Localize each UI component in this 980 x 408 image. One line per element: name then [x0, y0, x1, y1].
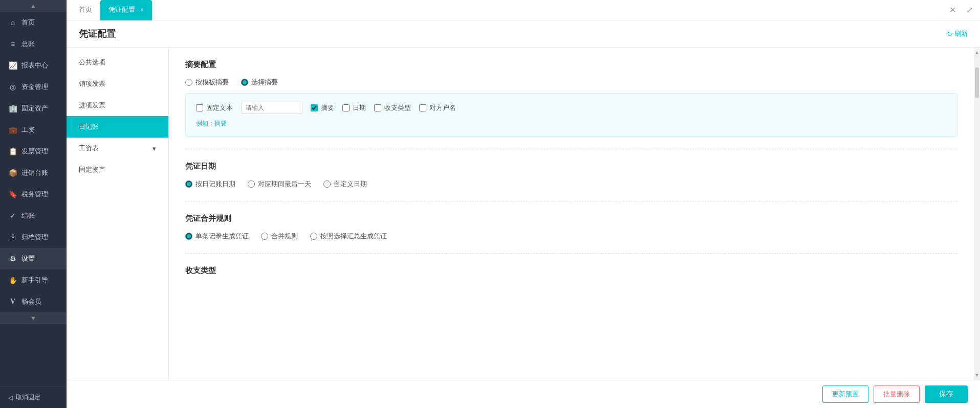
date-radio-period-input[interactable] [248, 180, 255, 188]
batch-delete-button[interactable]: 批量删除 [874, 386, 920, 403]
example-text: 例如：摘要 [196, 119, 947, 128]
archive-icon: 🗄 [8, 233, 17, 241]
left-menu-item-purchase[interactable]: 进项发票 [67, 95, 168, 116]
refresh-button[interactable]: ↻ 刷新 [947, 29, 968, 38]
left-menu-item-payroll-table[interactable]: 工资表 ▾ [67, 138, 168, 159]
left-menu: 公共选项 销项发票 进项发票 日记账 工资表 ▾ 固定资产 [67, 48, 169, 380]
summary-radio-group: 按模板摘要 选择摘要 [185, 78, 957, 87]
merge-section-title: 凭证合并规则 [185, 214, 957, 223]
date-radio-journal[interactable]: 按日记账日期 [185, 179, 235, 189]
checkbox-income-type[interactable]: 收支类型 [374, 103, 411, 112]
checkbox-counterpart-input[interactable] [419, 104, 426, 111]
funds-icon: ◎ [8, 83, 17, 91]
page-content: 凭证配置 ↻ 刷新 公共选项 销项发票 进项发票 日记账 [67, 20, 980, 408]
sidebar-item-closing[interactable]: ✓ 结账 [0, 205, 67, 226]
sidebar: ▲ ⌂ 首页 ≡ 总账 📈 报表中心 ◎ 资金管理 🏢 固定资产 💼 工资 📋 … [0, 0, 67, 408]
summary-section: 摘要配置 按模板摘要 选择摘要 [185, 60, 957, 149]
merge-radio-rule-input[interactable] [261, 233, 268, 240]
sidebar-item-home[interactable]: ⌂ 首页 [0, 12, 67, 33]
tab-bar: 首页 凭证配置 × ✕ ⤢ [67, 0, 980, 20]
date-section: 凭证日期 按日记账日期 对应期间最后一天 自定义日期 [185, 162, 957, 201]
merge-radio-rule[interactable]: 合并规则 [261, 232, 298, 241]
date-radio-period[interactable]: 对应期间最后一天 [248, 179, 311, 189]
home-icon: ⌂ [8, 18, 17, 27]
save-button[interactable]: 保存 [925, 386, 968, 403]
merge-radio-select[interactable]: 按照选择汇总生成凭证 [310, 232, 387, 241]
tab-bar-actions: ✕ ⤢ [946, 4, 976, 16]
page-header: 凭证配置 ↻ 刷新 [67, 20, 980, 48]
sidebar-item-guide[interactable]: ✋ 新手引导 [0, 269, 67, 291]
merge-radio-single[interactable]: 单条记录生成凭证 [185, 232, 249, 241]
page-title: 凭证配置 [79, 28, 116, 40]
summary-radio-template[interactable]: 按模板摘要 [185, 78, 229, 87]
payroll-icon: 💼 [8, 126, 17, 134]
left-menu-item-sales[interactable]: 销项发票 [67, 73, 168, 95]
date-section-title: 凭证日期 [185, 162, 957, 171]
sidebar-scroll-down[interactable]: ▼ [0, 312, 67, 324]
window-resize-button[interactable]: ⤢ [963, 4, 976, 16]
assets-icon: 🏢 [8, 104, 17, 112]
date-radio-journal-input[interactable] [185, 180, 192, 188]
sidebar-item-archive[interactable]: 🗄 归档管理 [0, 226, 67, 248]
checkbox-fixed-text[interactable]: 固定文本 [196, 103, 233, 112]
refresh-icon: ↻ [947, 30, 952, 38]
report-icon: 📈 [8, 61, 17, 70]
sidebar-item-ledger[interactable]: ≡ 总账 [0, 33, 67, 55]
tab-home[interactable]: 首页 [71, 0, 100, 20]
inout-icon: 📦 [8, 169, 17, 177]
summary-radio-select-input[interactable] [241, 79, 248, 86]
checkbox-date-input[interactable] [342, 104, 350, 111]
left-menu-item-journal[interactable]: 日记账 [67, 116, 168, 138]
sidebar-scroll-up[interactable]: ▲ [0, 0, 67, 12]
summary-radio-template-input[interactable] [185, 79, 192, 86]
sidebar-item-payroll[interactable]: 💼 工资 [0, 119, 67, 141]
income-type-section: 收支类型 [185, 266, 957, 296]
sidebar-item-report[interactable]: 📈 报表中心 [0, 55, 67, 76]
checkbox-fixed-text-input[interactable] [196, 104, 203, 111]
sidebar-item-funds[interactable]: ◎ 资金管理 [0, 76, 67, 98]
sidebar-item-invoice[interactable]: 📋 发票管理 [0, 141, 67, 162]
fixed-text-input[interactable] [241, 102, 302, 114]
tab-close-button[interactable]: × [140, 6, 144, 13]
chevron-down-icon: ▾ [153, 145, 156, 152]
checkbox-summary[interactable]: 摘要 [311, 103, 334, 112]
checkbox-counterpart[interactable]: 对方户名 [419, 103, 456, 112]
sidebar-unpin-button[interactable]: ◁ 取消固定 [0, 387, 67, 408]
summary-checkbox-row: 固定文本 摘要 日期 [196, 102, 947, 114]
pin-icon: ◁ [8, 394, 13, 401]
ledger-icon: ≡ [8, 40, 17, 48]
sidebar-item-vip[interactable]: V 畅会员 [0, 291, 67, 312]
vip-icon: V [8, 298, 17, 306]
date-radio-custom[interactable]: 自定义日期 [323, 179, 367, 189]
left-menu-item-public[interactable]: 公共选项 [67, 52, 168, 73]
content-wrapper: 公共选项 销项发票 进项发票 日记账 工资表 ▾ 固定资产 [67, 48, 980, 380]
bottom-bar: 更新预置 批量删除 保存 [67, 380, 980, 408]
sidebar-item-tax[interactable]: 🔖 税务管理 [0, 184, 67, 205]
merge-radio-select-input[interactable] [310, 233, 317, 240]
window-close-button[interactable]: ✕ [946, 4, 959, 16]
income-type-section-title: 收支类型 [185, 266, 957, 276]
update-preview-button[interactable]: 更新预置 [822, 386, 868, 403]
closing-icon: ✓ [8, 212, 17, 220]
merge-section: 凭证合并规则 单条记录生成凭证 合并规则 按照选择汇总生成凭证 [185, 214, 957, 254]
tab-voucher-config[interactable]: 凭证配置 × [100, 0, 152, 20]
checkbox-date[interactable]: 日期 [342, 103, 366, 112]
settings-icon: ⚙ [8, 255, 17, 263]
scrollbar-track[interactable]: ▲ ▼ [974, 48, 980, 380]
checkbox-summary-input[interactable] [311, 104, 318, 111]
main-area: 首页 凭证配置 × ✕ ⤢ 凭证配置 ↻ 刷新 公共选项 [67, 0, 980, 408]
scrollbar-thumb[interactable] [975, 67, 979, 98]
summary-radio-select[interactable]: 选择摘要 [241, 78, 278, 87]
date-radio-group: 按日记账日期 对应期间最后一天 自定义日期 [185, 179, 957, 189]
left-menu-item-fixed-assets[interactable]: 固定资产 [67, 159, 168, 180]
sidebar-item-settings[interactable]: ⚙ 设置 [0, 248, 67, 269]
guide-icon: ✋ [8, 276, 17, 284]
merge-radio-group: 单条记录生成凭证 合并规则 按照选择汇总生成凭证 [185, 232, 957, 241]
tax-icon: 🔖 [8, 190, 17, 198]
right-panel: 摘要配置 按模板摘要 选择摘要 [169, 48, 974, 380]
date-radio-custom-input[interactable] [323, 180, 331, 188]
merge-radio-single-input[interactable] [185, 233, 192, 240]
sidebar-item-assets[interactable]: 🏢 固定资产 [0, 98, 67, 119]
sidebar-item-inout[interactable]: 📦 进销台账 [0, 162, 67, 184]
checkbox-income-type-input[interactable] [374, 104, 381, 111]
